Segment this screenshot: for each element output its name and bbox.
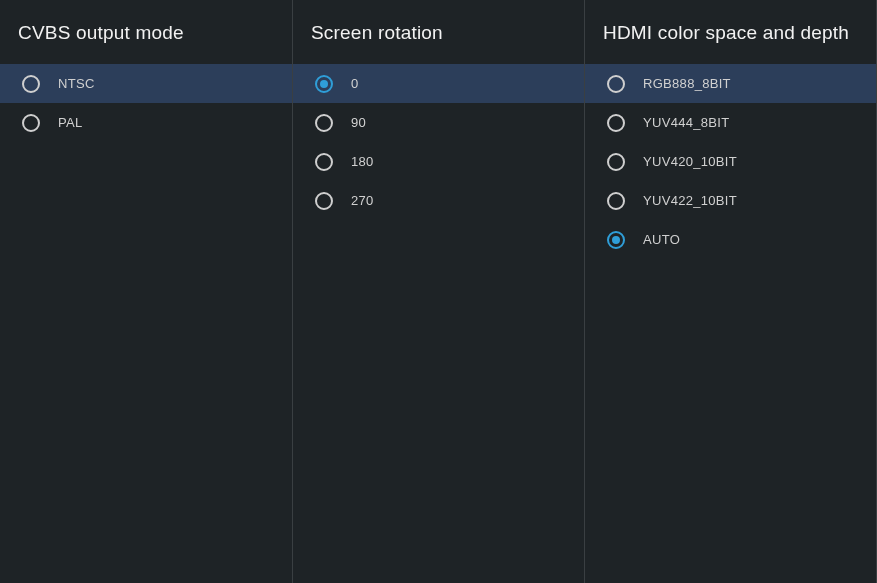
radio-icon bbox=[22, 75, 40, 93]
option-label: 270 bbox=[351, 193, 374, 208]
option-cvbs-ntsc[interactable]: NTSC bbox=[0, 64, 292, 103]
svg-point-4 bbox=[316, 115, 332, 131]
column-title-cvbs: CVBS output mode bbox=[0, 0, 292, 64]
option-label: YUV444_8BIT bbox=[643, 115, 729, 130]
radio-icon bbox=[22, 114, 40, 132]
svg-point-0 bbox=[23, 76, 39, 92]
option-rotation-90[interactable]: 90 bbox=[293, 103, 584, 142]
options-cvbs: NTSC PAL bbox=[0, 64, 292, 142]
svg-point-10 bbox=[608, 193, 624, 209]
svg-point-1 bbox=[23, 115, 39, 131]
svg-point-6 bbox=[316, 193, 332, 209]
option-hdmi-yuv422_10bit[interactable]: YUV422_10BIT bbox=[585, 181, 876, 220]
svg-point-5 bbox=[316, 154, 332, 170]
option-rotation-270[interactable]: 270 bbox=[293, 181, 584, 220]
column-rotation: Screen rotation 0 90 180 270 bbox=[293, 0, 585, 583]
option-label: PAL bbox=[58, 115, 83, 130]
radio-icon bbox=[315, 114, 333, 132]
column-title-rotation: Screen rotation bbox=[293, 0, 584, 64]
column-title-hdmi: HDMI color space and depth bbox=[585, 0, 876, 64]
svg-point-7 bbox=[608, 76, 624, 92]
option-label: 90 bbox=[351, 115, 366, 130]
column-cvbs: CVBS output mode NTSC PAL bbox=[0, 0, 293, 583]
radio-icon bbox=[315, 192, 333, 210]
option-label: 0 bbox=[351, 76, 359, 91]
svg-point-9 bbox=[608, 154, 624, 170]
option-hdmi-rgb888_8bit[interactable]: RGB888_8BIT bbox=[585, 64, 876, 103]
option-label: YUV422_10BIT bbox=[643, 193, 737, 208]
option-label: RGB888_8BIT bbox=[643, 76, 731, 91]
option-label: 180 bbox=[351, 154, 374, 169]
radio-icon bbox=[607, 75, 625, 93]
radio-icon bbox=[607, 153, 625, 171]
options-rotation: 0 90 180 270 bbox=[293, 64, 584, 220]
option-hdmi-auto[interactable]: AUTO bbox=[585, 220, 876, 259]
options-hdmi: RGB888_8BIT YUV444_8BIT YUV420_10BIT YUV… bbox=[585, 64, 876, 259]
option-rotation-0[interactable]: 0 bbox=[293, 64, 584, 103]
radio-icon bbox=[607, 231, 625, 249]
option-hdmi-yuv420_10bit[interactable]: YUV420_10BIT bbox=[585, 142, 876, 181]
radio-icon bbox=[607, 192, 625, 210]
svg-point-3 bbox=[320, 80, 328, 88]
option-rotation-180[interactable]: 180 bbox=[293, 142, 584, 181]
option-label: NTSC bbox=[58, 76, 95, 91]
svg-point-12 bbox=[612, 236, 620, 244]
svg-point-8 bbox=[608, 115, 624, 131]
option-cvbs-pal[interactable]: PAL bbox=[0, 103, 292, 142]
option-label: YUV420_10BIT bbox=[643, 154, 737, 169]
option-label: AUTO bbox=[643, 232, 680, 247]
radio-icon bbox=[315, 153, 333, 171]
radio-icon bbox=[315, 75, 333, 93]
option-hdmi-yuv444_8bit[interactable]: YUV444_8BIT bbox=[585, 103, 876, 142]
radio-icon bbox=[607, 114, 625, 132]
column-hdmi: HDMI color space and depth RGB888_8BIT Y… bbox=[585, 0, 877, 583]
